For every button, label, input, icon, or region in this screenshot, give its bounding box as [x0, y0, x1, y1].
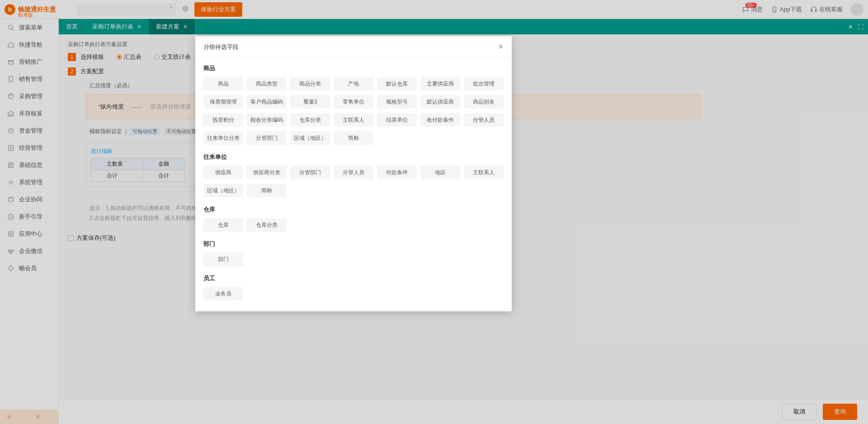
field-chip[interactable]: 主要供应商	[420, 77, 460, 91]
field-chip[interactable]: 产地	[334, 77, 373, 91]
field-chip[interactable]: 往来单位分类	[203, 131, 243, 145]
field-chip[interactable]: 保质期管理	[203, 95, 243, 109]
field-group-title: 往来单位	[203, 153, 512, 161]
field-chip[interactable]: 分管人员	[464, 113, 504, 127]
field-chip[interactable]: 主联系人	[334, 113, 373, 127]
field-chip[interactable]: 分管人员	[334, 166, 373, 179]
field-chip[interactable]: 商品	[203, 77, 243, 91]
field-chip[interactable]: 税收分类编码	[247, 113, 287, 127]
field-chip[interactable]: 客户商品编码	[247, 95, 287, 109]
field-chip[interactable]: 收付款条件	[420, 113, 460, 127]
field-chip[interactable]: 默认供应商	[420, 95, 460, 109]
field-group-title: 仓库	[203, 205, 512, 214]
field-chip[interactable]: 主联系人	[464, 166, 504, 179]
field-chip[interactable]: 简称	[334, 131, 373, 145]
modal-close-button[interactable]: ✕	[498, 43, 504, 51]
field-chip-row: 商品商品类型商品分类产地默认仓库主要供应商批次管理保质期管理客户商品编码重量3零…	[203, 77, 512, 145]
field-chip[interactable]: 规格型号	[377, 95, 417, 109]
field-chip[interactable]: 分管部门	[290, 166, 330, 179]
field-chip[interactable]: 仓库	[203, 218, 243, 232]
modal-title: 分组待选字段	[203, 43, 239, 51]
field-group: 部门部门	[203, 240, 512, 266]
field-chip[interactable]: 仓库分类	[247, 218, 287, 232]
field-chip-row: 仓库仓库分类	[203, 218, 512, 232]
field-chip[interactable]: 分管部门	[247, 131, 287, 145]
field-chip[interactable]: 地区	[420, 166, 460, 179]
modal-header: 分组待选字段 ✕	[195, 36, 512, 58]
field-chip[interactable]: 供应商分类	[247, 166, 287, 179]
field-chip[interactable]: 商品别名	[464, 95, 504, 109]
field-chip-row: 供应商供应商分类分管部门分管人员付款条件地区主联系人区域（地区）简称	[203, 166, 512, 197]
field-chip[interactable]: 仓库分类	[290, 113, 330, 127]
field-chip[interactable]: 重量3	[290, 95, 330, 109]
field-picker-modal: 分组待选字段 ✕ 商品商品商品类型商品分类产地默认仓库主要供应商批次管理保质期管…	[195, 36, 512, 311]
modal-body[interactable]: 商品商品商品类型商品分类产地默认仓库主要供应商批次管理保质期管理客户商品编码重量…	[195, 58, 512, 307]
field-chip[interactable]: 业务员	[203, 287, 243, 300]
field-chip[interactable]: 区域（地区）	[203, 184, 243, 197]
field-chip[interactable]: 区域（地区）	[290, 131, 330, 145]
field-group: 商品商品商品类型商品分类产地默认仓库主要供应商批次管理保质期管理客户商品编码重量…	[203, 64, 512, 145]
field-chip[interactable]: 默认仓库	[377, 77, 417, 91]
field-chip[interactable]: 付款条件	[377, 166, 417, 179]
field-chip[interactable]: 商品类型	[247, 77, 287, 91]
field-group: 往来单位供应商供应商分类分管部门分管人员付款条件地区主联系人区域（地区）简称	[203, 153, 512, 197]
field-group-title: 部门	[203, 240, 512, 248]
field-group: 仓库仓库仓库分类	[203, 205, 512, 232]
field-chip[interactable]: 结算单位	[377, 113, 417, 127]
field-chip-row: 部门	[203, 252, 512, 266]
field-group: 员工业务员	[203, 274, 512, 300]
field-chip[interactable]: 简称	[247, 184, 287, 197]
field-chip[interactable]: 商品分类	[290, 77, 330, 91]
modal-horizontal-scrollbar[interactable]	[195, 307, 512, 311]
field-chip[interactable]: 零售单位	[334, 95, 373, 109]
field-chip[interactable]: 拣货积分	[203, 113, 243, 127]
field-group-title: 员工	[203, 274, 512, 282]
field-chip[interactable]: 批次管理	[464, 77, 504, 91]
field-chip[interactable]: 供应商	[203, 166, 243, 179]
field-group-title: 商品	[203, 64, 512, 72]
field-chip-row: 业务员	[203, 287, 512, 300]
field-chip[interactable]: 部门	[203, 252, 243, 266]
